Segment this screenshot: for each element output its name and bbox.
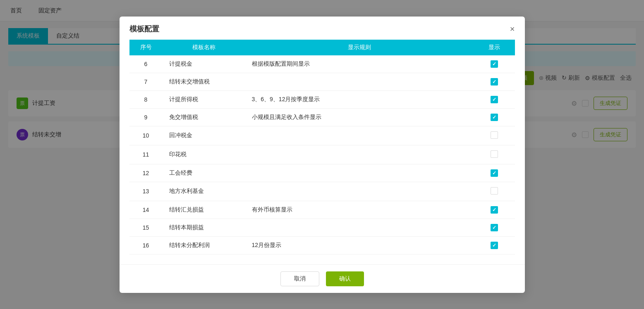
modal-header: 模板配置 × — [120, 17, 525, 40]
col-header-show: 显示 — [474, 40, 515, 55]
table-row: 16结转未分配利润12月份显示 — [129, 236, 515, 254]
modal-body: 序号 模板名称 显示规则 显示 6计提税金根据模版配置期间显示7结转未交增值税8… — [120, 40, 525, 264]
checkbox-11[interactable] — [491, 150, 498, 158]
cell-rule — [245, 126, 474, 145]
checkbox-15[interactable] — [491, 224, 498, 231]
cell-seq: 11 — [129, 145, 163, 164]
cell-rule — [245, 219, 474, 236]
cell-rule: 有外币核算显示 — [245, 201, 474, 219]
cell-seq: 10 — [129, 126, 163, 145]
checkbox-16[interactable] — [491, 242, 498, 249]
checkbox-9[interactable] — [491, 114, 498, 121]
cell-checkbox — [474, 236, 515, 254]
cell-name: 结转未分配利润 — [163, 236, 245, 254]
cell-checkbox — [474, 55, 515, 73]
modal-template-config: 模板配置 × 序号 模板名称 显示规则 显示 6计提税金根据模版配置期间显示7结… — [120, 17, 525, 293]
cell-checkbox — [474, 219, 515, 236]
col-header-rule: 显示规则 — [245, 40, 474, 55]
cell-seq: 14 — [129, 201, 163, 219]
cell-checkbox — [474, 201, 515, 219]
cell-seq: 9 — [129, 108, 163, 126]
checkbox-10[interactable] — [491, 131, 498, 139]
cell-rule — [245, 182, 474, 201]
cell-checkbox — [474, 90, 515, 108]
table-row: 7结转未交增值税 — [129, 73, 515, 90]
table-row: 13地方水利基金 — [129, 182, 515, 201]
cell-rule — [245, 164, 474, 182]
cell-name: 计提税金 — [163, 55, 245, 73]
checkbox-7[interactable] — [491, 78, 498, 86]
cell-name: 结转未交增值税 — [163, 73, 245, 90]
table-row: 14结转汇兑损益有外币核算显示 — [129, 201, 515, 219]
cell-checkbox — [474, 108, 515, 126]
cell-rule: 12月份显示 — [245, 236, 474, 254]
cell-seq: 12 — [129, 164, 163, 182]
checkbox-14[interactable] — [491, 206, 498, 214]
cell-name: 计提所得税 — [163, 90, 245, 108]
checkbox-8[interactable] — [491, 96, 498, 103]
cancel-button[interactable]: 取消 — [280, 271, 319, 286]
cell-seq: 7 — [129, 73, 163, 90]
cell-checkbox — [474, 73, 515, 90]
cell-rule — [245, 145, 474, 164]
table-body: 6计提税金根据模版配置期间显示7结转未交增值税8计提所得税3、6、9、12月按季… — [129, 55, 515, 254]
cell-name: 回冲税金 — [163, 126, 245, 145]
cell-name: 地方水利基金 — [163, 182, 245, 201]
confirm-button[interactable]: 确认 — [326, 271, 364, 286]
cell-checkbox — [474, 164, 515, 182]
table-row: 8计提所得税3、6、9、12月按季度显示 — [129, 90, 515, 108]
checkbox-12[interactable] — [491, 169, 498, 177]
table-row: 10回冲税金 — [129, 126, 515, 145]
table-row: 15结转本期损益 — [129, 219, 515, 236]
cell-seq: 6 — [129, 55, 163, 73]
checkbox-6[interactable] — [491, 60, 498, 68]
cell-checkbox — [474, 126, 515, 145]
table-row: 12工会经费 — [129, 164, 515, 182]
cell-name: 印花税 — [163, 145, 245, 164]
cell-seq: 8 — [129, 90, 163, 108]
cell-seq: 16 — [129, 236, 163, 254]
cell-seq: 15 — [129, 219, 163, 236]
modal-close-button[interactable]: × — [510, 25, 515, 33]
modal-title: 模板配置 — [129, 24, 159, 34]
cell-name: 结转汇兑损益 — [163, 201, 245, 219]
table-row: 9免交增值税小规模且满足收入条件显示 — [129, 108, 515, 126]
cell-name: 结转本期损益 — [163, 219, 245, 236]
cell-name: 免交增值税 — [163, 108, 245, 126]
table-header: 序号 模板名称 显示规则 显示 — [129, 40, 515, 55]
table-row: 11印花税 — [129, 145, 515, 164]
cell-checkbox — [474, 182, 515, 201]
col-header-name: 模板名称 — [163, 40, 245, 55]
col-header-seq: 序号 — [129, 40, 163, 55]
cell-rule: 小规模且满足收入条件显示 — [245, 108, 474, 126]
cell-name: 工会经费 — [163, 164, 245, 182]
config-table: 序号 模板名称 显示规则 显示 6计提税金根据模版配置期间显示7结转未交增值税8… — [129, 40, 515, 254]
table-row: 6计提税金根据模版配置期间显示 — [129, 55, 515, 73]
modal-overlay: 模板配置 × 序号 模板名称 显示规则 显示 6计提税金根据模版配置期间显示7结… — [0, 0, 644, 309]
modal-footer: 取消 确认 — [120, 264, 525, 293]
cell-rule: 根据模版配置期间显示 — [245, 55, 474, 73]
checkbox-13[interactable] — [491, 187, 498, 195]
cell-checkbox — [474, 145, 515, 164]
cell-seq: 13 — [129, 182, 163, 201]
cell-rule — [245, 73, 474, 90]
cell-rule: 3、6、9、12月按季度显示 — [245, 90, 474, 108]
